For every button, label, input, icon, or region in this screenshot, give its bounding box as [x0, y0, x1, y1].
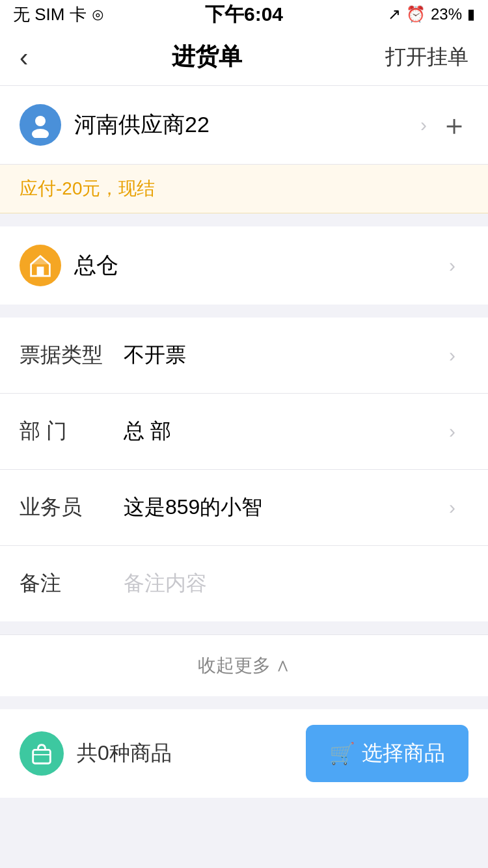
collapse-button[interactable]: 收起更多 ∧: [198, 653, 291, 678]
department-value: 总 部: [111, 417, 449, 446]
status-time: 下午6:04: [205, 1, 283, 28]
salesperson-label: 业务员: [20, 493, 111, 522]
battery-percent: 23%: [431, 5, 462, 23]
product-icon: [20, 731, 64, 776]
svg-point-1: [32, 129, 49, 138]
alarm-icon: ⏰: [406, 5, 426, 23]
ticket-type-label: 票据类型: [20, 341, 111, 370]
notice-banner: 应付-20元，现结: [0, 165, 488, 213]
main-content: 河南供应商22 › ＋ 应付-20元，现结 总仓 › 票据类型 不开票: [0, 86, 488, 798]
add-supplier-button[interactable]: ＋: [440, 111, 468, 139]
supplier-chevron-icon: ›: [420, 114, 427, 136]
remark-row[interactable]: 备注 备注内容: [0, 546, 488, 621]
svg-rect-3: [37, 267, 44, 276]
svg-rect-5: [33, 750, 51, 763]
open-pending-button[interactable]: 打开挂单: [385, 43, 468, 72]
select-product-label: 选择商品: [362, 739, 445, 768]
warehouse-chevron-icon: ›: [449, 254, 455, 277]
back-button[interactable]: ‹: [20, 44, 28, 70]
nav-bar: ‹ 进货单 打开挂单: [0, 29, 488, 86]
warehouse-card[interactable]: 总仓 ›: [0, 226, 488, 305]
department-row[interactable]: 部 门 总 部 ›: [0, 394, 488, 470]
warehouse-row[interactable]: 总仓 ›: [0, 226, 488, 305]
battery-icon: ▮: [467, 6, 475, 23]
department-label: 部 门: [20, 417, 111, 446]
supplier-card: 河南供应商22 › ＋ 应付-20元，现结: [0, 86, 488, 213]
ticket-type-row[interactable]: 票据类型 不开票 ›: [0, 318, 488, 394]
warehouse-icon: [20, 245, 61, 286]
remark-label: 备注: [20, 569, 111, 598]
supplier-name: 河南供应商22: [74, 110, 420, 140]
status-left: 无 SIM 卡 ⊙: [13, 3, 105, 26]
salesperson-row[interactable]: 业务员 这是859的小智 ›: [0, 470, 488, 546]
product-bar: 共0种商品 🛒 选择商品: [0, 709, 488, 798]
supplier-avatar: [20, 104, 61, 146]
notice-text: 应付-20元，现结: [20, 178, 155, 198]
select-product-icon: 🛒: [329, 741, 355, 766]
form-card: 票据类型 不开票 › 部 门 总 部 › 业务员 这是859的小智 › 备注 备…: [0, 318, 488, 621]
house-icon: [29, 254, 52, 277]
warehouse-name: 总仓: [74, 251, 449, 280]
product-count: 共0种商品: [77, 739, 306, 768]
shopping-bag-icon: [29, 741, 54, 766]
ticket-type-chevron-icon: ›: [449, 344, 455, 366]
ticket-type-value: 不开票: [111, 341, 449, 370]
supplier-row[interactable]: 河南供应商22 › ＋: [0, 86, 488, 165]
select-product-button[interactable]: 🛒 选择商品: [306, 725, 468, 782]
salesperson-value: 这是859的小智: [111, 493, 449, 522]
status-bar: 无 SIM 卡 ⊙ 下午6:04 ↗ ⏰ 23% ▮: [0, 0, 488, 29]
page-title: 进货单: [172, 41, 242, 73]
svg-point-0: [35, 116, 46, 126]
status-right: ↗ ⏰ 23% ▮: [388, 5, 475, 23]
department-chevron-icon: ›: [449, 420, 455, 442]
collapse-row[interactable]: 收起更多 ∧: [0, 634, 488, 696]
person-icon: [27, 112, 53, 138]
location-icon: ↗: [388, 5, 401, 23]
svg-marker-4: [31, 256, 50, 265]
salesperson-chevron-icon: ›: [449, 496, 455, 519]
remark-input[interactable]: 备注内容: [111, 569, 468, 598]
